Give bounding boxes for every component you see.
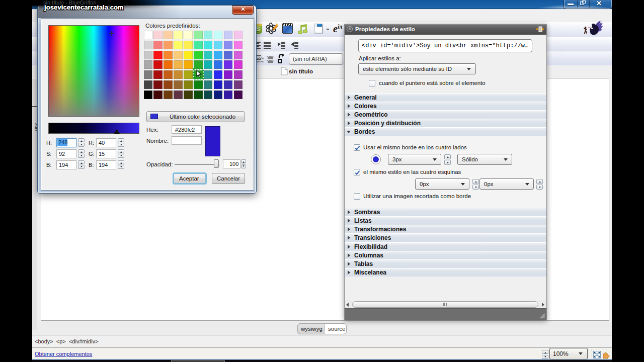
svg-text:sin título - BlueGriffon: sin título - BlueGriffon <box>43 0 97 6</box>
